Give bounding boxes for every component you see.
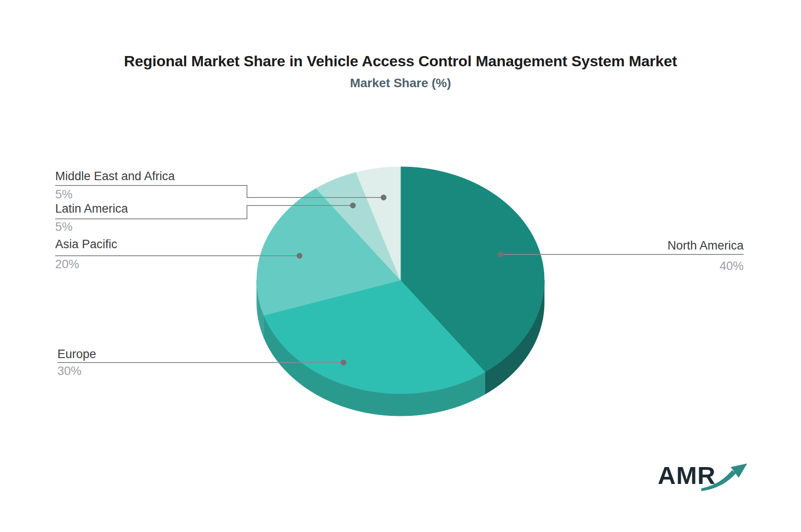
- label-asia-pacific: Asia Pacific: [55, 238, 117, 250]
- slice-pct: 20%: [55, 258, 79, 270]
- value-asia-pacific: 20%: [55, 258, 79, 270]
- leader-dot-latin-america: [350, 203, 356, 209]
- value-middle-east-and-africa: 5%: [55, 189, 73, 201]
- slice-pct: 30%: [57, 365, 81, 377]
- label-latin-america: Latin America: [55, 203, 128, 215]
- slice-pct: 5%: [55, 221, 73, 233]
- slice-name: Middle East and Africa: [55, 170, 175, 182]
- logo-arrow-icon: [701, 463, 748, 495]
- leader-dot-middle-east-and-africa: [381, 195, 387, 201]
- label-middle-east-and-africa: Middle East and Africa: [55, 170, 175, 182]
- slice-pct: 40%: [720, 260, 744, 272]
- value-europe: 30%: [57, 365, 81, 377]
- pie-chart: [0, 0, 801, 532]
- label-north-america: North America: [668, 240, 744, 252]
- leader-dot-north-america: [498, 252, 504, 258]
- slice-pct: 5%: [55, 189, 73, 201]
- slice-name: Latin America: [55, 203, 128, 215]
- slice-name: Asia Pacific: [55, 238, 117, 250]
- value-latin-america: 5%: [55, 221, 73, 233]
- amr-logo: AMR: [658, 461, 742, 496]
- slice-name: North America: [668, 240, 744, 252]
- leader-dot-europe: [341, 360, 347, 366]
- leader-dot-asia-pacific: [297, 253, 303, 259]
- label-europe: Europe: [57, 348, 96, 360]
- value-north-america: 40%: [720, 260, 744, 272]
- slice-name: Europe: [57, 348, 96, 360]
